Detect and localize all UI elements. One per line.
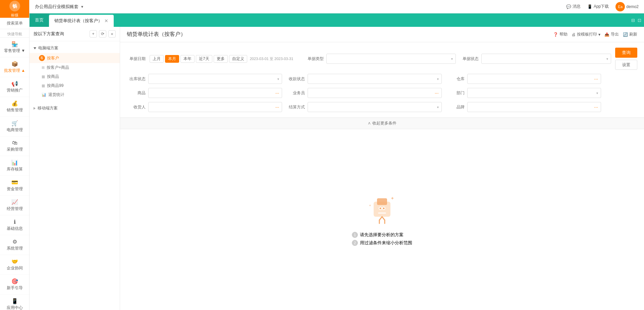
sidebar-item-system[interactable]: ⚙ 系统管理 — [0, 235, 29, 255]
tab-home[interactable]: 首页 — [30, 13, 49, 27]
warehouse-input[interactable]: ··· — [467, 74, 601, 84]
brand-input[interactable]: ··· — [467, 102, 601, 112]
topbar-dropdown-btn[interactable]: ▾ — [81, 4, 83, 9]
plan-sub-customer-goods-label: 按客户+商品 — [47, 65, 69, 70]
download-icon: 📱 — [587, 4, 592, 9]
sidebar-item-ecommerce[interactable]: 🛒 电商管理 — [0, 117, 29, 137]
sidebar-logo-text: 标煤 — [11, 13, 18, 18]
date-prev-month-btn[interactable]: 上月 — [150, 55, 164, 63]
filter-area: 单据日期 上月 本月 本年 近7天 更多 自定义 2023-03-01 至 20… — [120, 42, 644, 118]
sidebar-item-finance[interactable]: 💳 资金管理 — [0, 176, 29, 196]
left-panel-actions: + ⟳ « — [90, 30, 116, 38]
message-btn[interactable]: 💬 消息 — [566, 4, 581, 9]
receiver-dots[interactable]: ··· — [275, 104, 279, 110]
date-this-month-btn[interactable]: 本月 — [165, 55, 179, 63]
export-btn[interactable]: 📤 导出 — [604, 32, 619, 37]
plan-group-header-pc[interactable]: 电脑端方案 — [30, 43, 120, 53]
goods-input[interactable]: ··· — [148, 88, 282, 98]
plan-sub-goods99[interactable]: ▦ 按商品99 — [30, 81, 120, 90]
svg-text:畅: 畅 — [12, 3, 17, 9]
pay-chevron: ▾ — [437, 77, 439, 81]
status-filter-group: 单据状态 ▾ — [460, 54, 611, 64]
filter-row-1: 单据日期 上月 本月 本年 近7天 更多 自定义 2023-03-01 至 20… — [127, 48, 637, 70]
goods-dots[interactable]: ··· — [275, 90, 279, 96]
sidebar-item-newbie-label: 新手引导 — [1, 285, 28, 291]
dept-label: 部门 — [446, 90, 465, 96]
collapse-panel-btn[interactable]: « — [108, 30, 116, 38]
plan-group-header-mobile[interactable]: 移动端方案 — [30, 103, 120, 113]
out-status-select[interactable]: ▾ — [148, 74, 282, 84]
minimize-icon[interactable]: ⊟ — [631, 18, 635, 23]
date-7days-btn[interactable]: 近7天 — [196, 55, 212, 63]
settlement-select[interactable]: ▾ — [308, 102, 441, 112]
topbar: 办公用品行业模拟账套 ▾ 💬 消息 📱 App下载 Ea demo2 — [30, 0, 644, 13]
sidebar-item-newbie[interactable]: 🎯 新手引导 — [0, 275, 29, 295]
warehouse-dots[interactable]: ··· — [594, 76, 598, 82]
plan-sub-return[interactable]: 📊 退货统计 — [30, 90, 120, 99]
receiver-col: 收货人 ··· — [127, 102, 282, 112]
pay-status-select[interactable]: ▾ — [308, 74, 441, 84]
tab-sales-report[interactable]: 销货单统计表（按客户） ✕ — [49, 15, 114, 27]
sidebar-item-retail[interactable]: 🏪 零售管理 ▼ — [0, 38, 29, 57]
tip-text-2: 用过滤条件来缩小分析范围 — [360, 240, 412, 246]
sidebar-item-inventory[interactable]: 📊 库存核算 — [0, 156, 29, 176]
content-area: 按以下方案查询 + ⟳ « 电脑端方案 客 按客户 ⊞ — [30, 27, 644, 310]
right-panel: 销货单统计表（按客户） ❓ 帮助 🖨 按模板打印 ▾ 📤 导出 — [120, 27, 644, 310]
receiver-input[interactable]: ··· — [148, 102, 282, 112]
tab-close-btn[interactable]: ✕ — [104, 18, 108, 23]
sidebar-item-purchase[interactable]: 🛍 采购管理 — [0, 137, 29, 156]
plan-sub-customer-goods[interactable]: ⊞ 按客户+商品 — [30, 63, 120, 72]
sidebar-item-enterprise[interactable]: 🤝 企业协同 — [0, 255, 29, 275]
maximize-icon[interactable]: ⊡ — [638, 18, 641, 23]
nav-label-text: 快捷导航 — [7, 32, 22, 36]
date-filter-label: 单据日期 — [127, 56, 146, 62]
tip-text-1: 请先选择要分析的方案 — [360, 232, 404, 238]
help-btn[interactable]: ❓ 帮助 — [553, 32, 568, 37]
salesperson-dots[interactable]: ··· — [435, 90, 439, 96]
app-download-btn[interactable]: 📱 App下载 — [587, 4, 609, 9]
sidebar-search[interactable]: 搜索菜单 — [0, 18, 29, 29]
sidebar-item-basic-label: 基础信息 — [1, 226, 28, 231]
ecommerce-icon: 🛒 — [1, 120, 28, 126]
page-header: 销货单统计表（按客户） ❓ 帮助 🖨 按模板打印 ▾ 📤 导出 — [120, 27, 644, 42]
pay-status-col: 收款状态 ▾ — [286, 74, 441, 84]
brand-dots[interactable]: ··· — [594, 104, 598, 110]
add-plan-btn[interactable]: + — [90, 30, 97, 38]
sidebar-item-apps-label: 应用中心 — [1, 305, 28, 310]
goods-col: 商品 ··· — [127, 88, 282, 98]
sidebar-item-marketing[interactable]: 📢 营销推广 — [0, 77, 29, 97]
newbie-icon: 🎯 — [1, 278, 28, 285]
settlement-label: 结算方式 — [286, 104, 305, 110]
sidebar-item-wholesale[interactable]: 📦 批发管理 ▲ — [0, 57, 29, 77]
dept-select[interactable]: ▾ — [467, 88, 601, 98]
type-select[interactable]: ▾ — [326, 54, 456, 64]
sidebar-item-apps[interactable]: 📱 应用中心 — [0, 295, 29, 310]
brand-col: 品牌 ··· — [446, 102, 601, 112]
sidebar-item-operations[interactable]: 📈 经营管理 — [0, 196, 29, 215]
query-btn[interactable]: 查询 — [615, 48, 637, 58]
salesperson-input[interactable]: ··· — [308, 88, 441, 98]
empty-tips: 1 请先选择要分析的方案 2 用过滤条件来缩小分析范围 — [352, 232, 412, 248]
sidebar-item-wholesale-label: 批发管理 ▲ — [1, 68, 28, 73]
sub-icon-cg: ⊞ — [42, 65, 45, 70]
refresh-plan-btn[interactable]: ⟳ — [99, 30, 106, 38]
print-btn[interactable]: 🖨 按模板打印 ▾ — [572, 32, 600, 37]
refresh-btn[interactable]: 🔄 刷新 — [623, 32, 637, 37]
collapse-more-bar[interactable]: ∧ 收起更多条件 — [120, 118, 644, 129]
status-select[interactable]: ▾ — [481, 54, 611, 64]
date-custom-btn[interactable]: 自定义 — [229, 55, 247, 63]
sidebar-item-sales[interactable]: 💰 销售管理 — [0, 97, 29, 117]
search-menu-btn[interactable]: 搜索菜单 — [7, 21, 23, 25]
date-more-btn[interactable]: 更多 — [214, 55, 228, 63]
plan-sub-goods[interactable]: ▦ 按商品 — [30, 72, 120, 81]
date-this-year-btn[interactable]: 本年 — [180, 55, 195, 63]
sidebar-item-basic[interactable]: ℹ 基础信息 — [0, 215, 29, 235]
print-dropdown-icon[interactable]: ▾ — [598, 32, 600, 37]
setting-btn[interactable]: 设置 — [615, 60, 637, 70]
sidebar-item-marketing-label: 营销推广 — [1, 88, 28, 93]
plan-item-customer[interactable]: 客 按客户 — [30, 53, 120, 63]
collapse-up-icon: ∧ — [368, 121, 371, 125]
user-area[interactable]: Ea demo2 — [615, 2, 639, 11]
message-label: 消息 — [573, 4, 581, 9]
tab-sales-report-label: 销货单统计表（按客户） — [54, 18, 102, 24]
